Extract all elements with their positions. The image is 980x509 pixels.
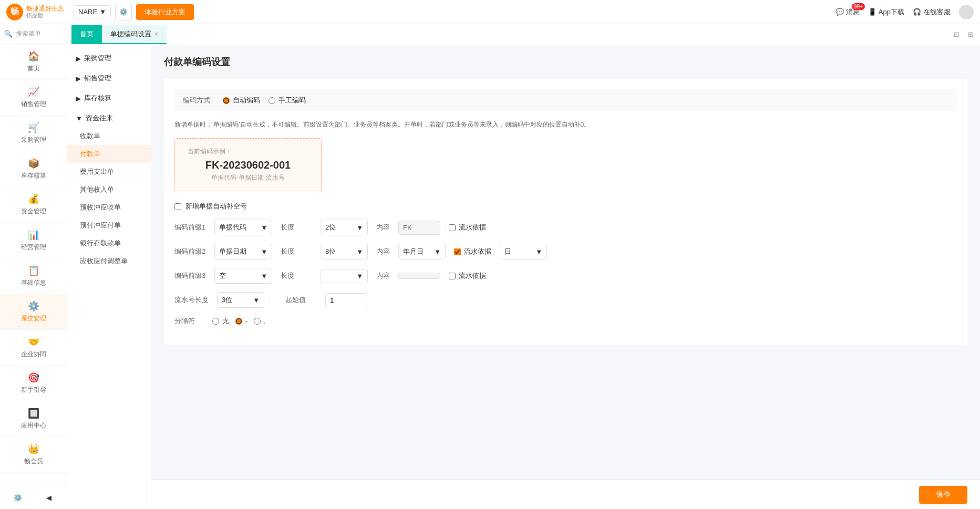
submenu-item-payment[interactable]: 付款单 <box>67 145 151 163</box>
message-icon: 💬 <box>835 8 844 16</box>
submenu-item-adjust[interactable]: 应收应付调整单 <box>67 252 151 270</box>
tab-home[interactable]: 首页 <box>71 25 102 44</box>
sidebar-item-sales[interactable]: 📈 销售管理 <box>0 80 67 116</box>
settings-icon[interactable]: ⚙️ <box>115 4 132 20</box>
sep-dot-input[interactable] <box>254 318 261 325</box>
sidebar-item-inventory[interactable]: 📦 库存核算 <box>0 151 67 187</box>
length1-select[interactable]: 2位 ▼ <box>321 220 368 235</box>
prefix3-select[interactable]: 空 ▼ <box>214 268 272 284</box>
chevron-down-serial: ▼ <box>253 296 260 304</box>
chevron-down-prefix3: ▼ <box>261 272 267 280</box>
submenu-sales: ▶ 销售管理 <box>67 69 151 87</box>
submenu-item-prepay-ap[interactable]: 预付冲应付单 <box>67 216 151 234</box>
sidebar-item-system[interactable]: ⚙️ 系统管理 <box>0 294 67 330</box>
sidebar-item-member[interactable]: 👑 畅会员 <box>0 437 67 473</box>
serial-length-select[interactable]: 3位 ▼ <box>217 292 264 308</box>
sidebar-item-enterprise[interactable]: 🤝 企业协同 <box>0 330 67 366</box>
length1-label: 长度 <box>281 223 312 232</box>
tab-close-icon[interactable]: × <box>154 30 158 38</box>
serial3-checkbox[interactable] <box>449 273 456 279</box>
header-right: 💬 消息 99+ 📱 App下载 🎧 在线客服 <box>835 5 974 19</box>
sidebar-item-home[interactable]: 🏠 首页 <box>0 44 67 80</box>
serial1-checkbox[interactable] <box>449 224 456 231</box>
tab-expand-btn[interactable]: ⊞ <box>966 28 976 40</box>
sidebar-item-operation[interactable]: 📊 经营管理 <box>0 223 67 258</box>
enterprise-icon: 🤝 <box>28 336 39 348</box>
main-container: 付款单编码设置 编码方式 自动编码 <box>151 45 980 509</box>
save-button[interactable]: 保存 <box>919 486 967 504</box>
sep-dot-radio[interactable]: . <box>254 317 266 325</box>
serial1-label: 流水依据 <box>459 223 486 232</box>
main-page: 付款单编码设置 编码方式 自动编码 <box>151 45 980 480</box>
content3-value <box>398 273 440 279</box>
content1-value: FK <box>398 221 440 235</box>
chevron-down-length2: ▼ <box>356 248 363 256</box>
period2-select[interactable]: 日 ▼ <box>500 244 547 259</box>
search-menu[interactable]: 🔍 搜索菜单 <box>0 24 67 44</box>
length3-select[interactable]: ▼ <box>321 269 368 283</box>
sep-none-input[interactable] <box>212 318 219 325</box>
header-mid: NARE ▼ ⚙️ 体验行业方案 <box>74 4 835 20</box>
submenu-item-expense[interactable]: 费用支出单 <box>67 163 151 181</box>
sidebar-item-purchase[interactable]: 🛒 采购管理 <box>0 116 67 151</box>
save-bar: 保存 <box>151 480 980 509</box>
length3-label: 长度 <box>281 271 312 281</box>
sidebar-collapse-btn[interactable]: ◀ <box>36 491 63 505</box>
sub-sidebar: ▶ 采购管理 ▶ 销售管理 ▶ 库存核算 <box>67 45 151 509</box>
message-badge: 99+ <box>852 3 865 10</box>
chevron-down-prefix2: ▼ <box>261 248 267 256</box>
avatar[interactable] <box>959 5 974 19</box>
message-btn[interactable]: 💬 消息 99+ <box>835 7 860 17</box>
content2-select[interactable]: 年月日 ▼ <box>398 244 446 259</box>
tab-minimize-btn[interactable]: ⊡ <box>952 28 962 40</box>
prefix-row-3: 编码前缀3 空 ▼ 长度 ▼ 内容 <box>174 268 957 284</box>
manual-code-radio[interactable]: 手工编码 <box>269 96 306 105</box>
separator-label: 分隔符 <box>174 316 206 326</box>
length2-select[interactable]: 8位 ▼ <box>321 244 368 259</box>
auto-code-input[interactable] <box>223 97 230 104</box>
submenu-item-prepay-ar[interactable]: 预收冲应收单 <box>67 199 151 216</box>
system-icon: ⚙️ <box>28 300 39 312</box>
chevron-down-prefix1: ▼ <box>261 224 267 232</box>
manual-code-input[interactable] <box>269 97 275 104</box>
download-icon: 📱 <box>868 8 876 16</box>
logo-area: 畅 畅捷通好生意 拓品版 <box>6 4 74 20</box>
basic-icon: 📋 <box>28 265 39 276</box>
sep-none-radio[interactable]: 无 <box>212 316 229 326</box>
submenu-item-other-income[interactable]: 其他收入单 <box>67 181 151 199</box>
prefix2-select[interactable]: 单据日期 ▼ <box>214 244 272 259</box>
sidebar-item-appcenter[interactable]: 🔲 应用中心 <box>0 401 67 437</box>
app-download-btn[interactable]: 📱 App下载 <box>868 7 904 17</box>
tenant-dropdown[interactable]: NARE ▼ <box>74 5 111 18</box>
submenu-header-inventory[interactable]: ▶ 库存核算 <box>67 89 151 107</box>
online-service-btn[interactable]: 🎧 在线客服 <box>913 7 951 17</box>
submenu-header-finance[interactable]: ▼ 资金往来 <box>67 109 151 127</box>
page-title: 付款单编码设置 <box>164 56 967 68</box>
serial2-checkbox[interactable] <box>454 248 461 255</box>
submenu-header-purchase[interactable]: ▶ 采购管理 <box>67 49 151 67</box>
auto-fill-checkbox[interactable] <box>174 203 181 210</box>
tab-code-settings[interactable]: 单据编码设置 × <box>102 25 167 44</box>
appcenter-icon: 🔲 <box>28 408 39 419</box>
sep-dash-radio[interactable]: - <box>235 317 247 325</box>
inventory-icon: 📦 <box>28 158 39 169</box>
submenu-header-sales[interactable]: ▶ 销售管理 <box>67 69 151 87</box>
auto-code-radio[interactable]: 自动编码 <box>223 96 260 105</box>
sidebar-item-finance[interactable]: 💰 资金管理 <box>0 187 67 223</box>
separator-row: 分隔符 无 - . <box>174 316 957 326</box>
serial3-checkbox-group: 流水依据 <box>449 271 486 281</box>
serial2-label: 流水依据 <box>464 247 491 256</box>
sidebar-item-newguide[interactable]: 🎯 新手引导 <box>0 366 67 401</box>
submenu-item-bank[interactable]: 银行存取款单 <box>67 234 151 252</box>
sidebar-item-basic[interactable]: 📋 基础信息 <box>0 258 67 294</box>
start-value-input[interactable] <box>325 293 367 307</box>
sep-dash-input[interactable] <box>235 318 242 325</box>
submenu-item-receipt[interactable]: 收款单 <box>67 127 151 145</box>
sidebar-settings-btn[interactable]: ⚙️ <box>4 491 32 505</box>
main-layout: 🔍 搜索菜单 🏠 首页 📈 销售管理 🛒 采购管理 📦 库存核算 💰 资金管理 … <box>0 24 980 509</box>
example-label: 当前编码示例： <box>188 147 308 156</box>
sidebar-bottom: ⚙️ ◀ <box>0 486 67 509</box>
chevron-down-length1: ▼ <box>356 224 363 232</box>
industry-btn[interactable]: 体验行业方案 <box>136 4 194 20</box>
prefix1-select[interactable]: 单据代码 ▼ <box>214 220 272 235</box>
